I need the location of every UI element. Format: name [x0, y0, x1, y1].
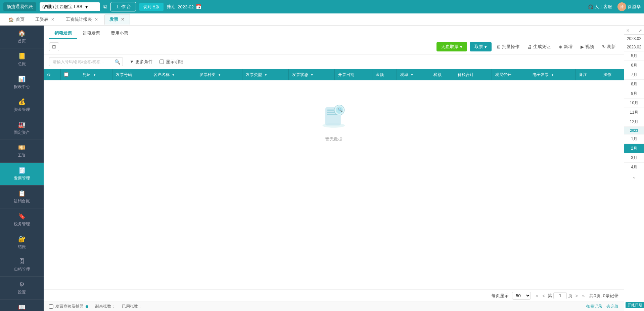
sidebar-item-reports[interactable]: 📊 报表中心 [0, 71, 44, 94]
period-item-14[interactable]: 4月 [624, 163, 644, 172]
headset-icon: 🎧 [588, 4, 593, 9]
period-item-13[interactable]: 3月 [624, 153, 644, 163]
take-ticket-button[interactable]: 取票 ▾ [470, 42, 492, 51]
sub-tab-expense[interactable]: 费用小票 [105, 28, 134, 39]
sub-tab-sales[interactable]: 销项发票 [49, 28, 77, 39]
prev-page-button[interactable]: < [541, 293, 546, 299]
tab-home-label: 首页 [16, 16, 25, 23]
period-item-6[interactable]: 9月 [624, 89, 644, 99]
show-detail-input[interactable] [159, 60, 164, 64]
sidebar-item-sales-ledger[interactable]: 📋 进销台账 [0, 186, 44, 208]
last-page-button[interactable]: » [581, 293, 586, 299]
page-size-select[interactable]: 50 10 20 100 [512, 292, 531, 300]
more-filters-label: 更多条件 [135, 59, 153, 65]
period-label: 账期 2023-02 📅 [167, 4, 201, 10]
sidebar-item-general-ledger[interactable]: 📒 总账 [0, 48, 44, 71]
col-tax-rate-filter[interactable]: ▼ [410, 73, 414, 77]
col-invoice-type: 发票种类 ▼ [196, 69, 242, 80]
new-button[interactable]: ⊕ 新增 [556, 42, 575, 51]
col-customer-filter[interactable]: ▼ [172, 73, 175, 77]
video-icon: ▶ [581, 44, 584, 49]
recharge-link[interactable]: 去充值 [606, 304, 618, 309]
copy-icon[interactable]: ⧉ [103, 4, 107, 10]
period-item-5[interactable]: 8月 [624, 80, 644, 89]
search-wrap: 🔍 [49, 57, 123, 66]
col-checkbox[interactable] [61, 69, 79, 80]
sidebar-item-invoice[interactable]: 🧾 发票管理 [0, 163, 44, 186]
period-value: 2023-02 [178, 4, 194, 9]
period-item-7[interactable]: 10月 [624, 99, 644, 108]
period-item-1[interactable]: 2023.02 [624, 43, 644, 51]
sidebar-item-fixed-assets[interactable]: 🏭 固定资产 [0, 117, 44, 140]
generate-voucher-button[interactable]: 🖨 生成凭证 [525, 42, 553, 51]
sidebar-settings-label: 设置 [18, 289, 26, 295]
period-item-2[interactable]: 5月 [624, 51, 644, 61]
grid-settings-button[interactable]: ⊞ [49, 42, 59, 51]
search-icon[interactable]: 🔍 [114, 59, 120, 65]
invoice-verify-checkbox[interactable] [49, 304, 53, 309]
open-period-button[interactable]: 开账日期 [626, 302, 644, 308]
tab-home[interactable]: 🏠 首页 [3, 14, 30, 25]
user-profile[interactable]: 徐 徐溢华 [617, 2, 641, 11]
period-calendar-icon[interactable]: 📅 [196, 4, 201, 9]
panel-close-button[interactable]: ✕ [626, 28, 630, 33]
switch-old-version-button[interactable]: 切到旧版 [139, 3, 164, 11]
tab-salary-close[interactable]: ✕ [50, 17, 55, 22]
period-item-9[interactable]: 12月 [624, 117, 644, 127]
period-item-3[interactable]: 6月 [624, 61, 644, 70]
new-label: 新增 [564, 44, 572, 50]
period-item-8[interactable]: 11月 [624, 108, 644, 117]
col-invoice-category-filter[interactable]: ▼ [264, 73, 267, 77]
first-page-button[interactable]: « [534, 293, 540, 299]
batch-ops-button[interactable]: ⊞ 批量操作 [494, 42, 522, 51]
tab-salary[interactable]: 工资表 ✕ [30, 14, 60, 25]
sidebar-item-payroll[interactable]: 💴 工资 [0, 140, 44, 163]
col-tax-total: 价税合计 [454, 69, 492, 80]
show-detail-checkbox[interactable]: 显示明细 [159, 59, 183, 65]
tab-salary-stats[interactable]: 工资统计报表 ✕ [61, 14, 104, 25]
workbench-button[interactable]: 工 作 台 [110, 2, 136, 11]
deduction-record-link[interactable]: 扣费记录 [586, 304, 602, 309]
sidebar-item-fund-mgmt[interactable]: 💰 资金管理 [0, 94, 44, 117]
company-selector[interactable]: (勿删) 江西服宝-LSS ▼ [40, 2, 100, 11]
company-dropdown-icon: ▼ [84, 4, 89, 9]
col-issue-date: 开票日期 [335, 69, 372, 80]
col-voucher-filter[interactable]: ▼ [93, 73, 96, 77]
sidebar-item-home[interactable]: 🏠 首页 [0, 26, 44, 48]
empty-state: 🔍 暂无数据 [44, 80, 624, 162]
period-item-0[interactable]: 2023.02 [624, 35, 644, 43]
sidebar-item-settings[interactable]: ⚙ 设置 [0, 277, 44, 300]
scroll-down-icon[interactable]: ⌄ [631, 172, 638, 181]
period-item-11[interactable]: 1月 [624, 134, 644, 144]
sidebar-sales-label: 进销台账 [14, 198, 30, 204]
page-input[interactable] [553, 292, 567, 299]
search-input[interactable] [49, 57, 123, 66]
sidebar-item-closing[interactable]: 🔐 结账 [0, 231, 44, 254]
refresh-button[interactable]: ↻ 刷新 [599, 42, 618, 51]
toolbar-actions: 无血取票 ▾ 取票 ▾ ⊞ 批量操作 🖨 生成凭证 ⊕ 新增 [436, 42, 618, 51]
period-item-12[interactable]: 2月 [624, 144, 644, 153]
customer-service[interactable]: 🎧 人工客服 [588, 4, 612, 10]
col-e-invoice-filter[interactable]: ▼ [551, 73, 554, 77]
tab-invoice-close[interactable]: ✕ [120, 17, 125, 22]
avatar: 徐 [617, 2, 626, 11]
sub-tab-purchase[interactable]: 进项发票 [77, 28, 105, 39]
next-page-button[interactable]: > [574, 293, 579, 299]
col-tax-code: 税局代开 [492, 69, 529, 80]
col-invoice-type-filter[interactable]: ▼ [218, 73, 221, 77]
more-filters-button[interactable]: ▼ 更多条件 [127, 57, 155, 66]
sidebar-item-guide[interactable]: 📖 新手引导 [0, 300, 44, 311]
col-invoice-status: 发票状态 ▼ [288, 69, 335, 80]
sidebar-ledger-label: 总账 [18, 61, 26, 67]
no-deduction-button[interactable]: 无血取票 ▾ [436, 42, 467, 51]
tab-salary-stats-close[interactable]: ✕ [94, 17, 99, 22]
col-invoice-status-filter[interactable]: ▼ [310, 73, 314, 77]
video-button[interactable]: ▶ 视频 [578, 42, 597, 51]
period-item-4[interactable]: 7月 [624, 70, 644, 80]
voucher-icon: 🖨 [527, 44, 532, 49]
sidebar-item-archive[interactable]: 🗄 归档管理 [0, 254, 44, 277]
tab-invoice[interactable]: 发票 ✕ [104, 14, 130, 25]
panel-maximize-button[interactable]: ⤢ [639, 28, 642, 33]
sub-tab-expense-label: 费用小票 [111, 31, 128, 36]
sidebar-item-tax-mgmt[interactable]: 🔖 税务管理 [0, 208, 44, 231]
